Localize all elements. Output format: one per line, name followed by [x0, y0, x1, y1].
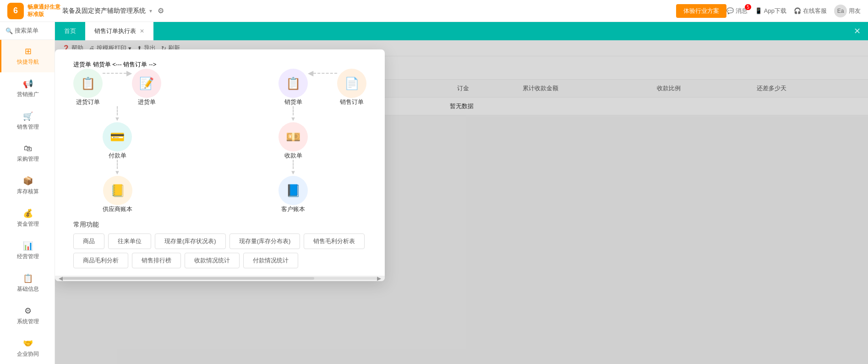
experience-btn[interactable]: 体验行业方案	[676, 4, 726, 18]
scrollbar-track[interactable]	[63, 277, 377, 280]
receipt-slip-icon: 💴	[278, 122, 308, 152]
messages-btn[interactable]: 💬 消息 5	[726, 7, 748, 15]
page-content: ❓ 帮助 🖨 按模板打印 ▾ ⬆ 导出 ↻ 刷新	[55, 40, 868, 364]
customer-ledger-node: 📘 客户账本	[278, 176, 308, 213]
search-icon: 🔍	[5, 27, 13, 34]
phone-icon: 📱	[755, 7, 762, 14]
system-title: 装备及固定资产辅助管理系统	[62, 7, 146, 15]
purchase-order-node: 📋 进货订单	[73, 69, 103, 106]
common-buttons-row: 商品往来单位现存量(库存状况表)现存量(库存分布表)销售毛利分析表商品毛利分析销…	[73, 234, 366, 268]
popup-overlay: 进货单 销货单 <--- 销售订单 --> 📋 进货订单	[55, 40, 868, 364]
purchase-receipt-label: 进货单	[138, 98, 156, 106]
messages-badge: 5	[745, 4, 751, 10]
purchase-receipt-node: 📝 进货单	[132, 69, 161, 106]
sidebar-item-basic-info[interactable]: 📋 基础信息	[0, 267, 55, 299]
common-func-btn[interactable]: 收款情况统计	[185, 253, 240, 268]
customer-ledger-label: 客户账本	[281, 205, 305, 213]
search-menu-btn[interactable]: 🔍 搜索菜单	[0, 22, 55, 40]
supplier-ledger-label: 供应商账本	[103, 205, 132, 213]
common-functions-section: 常用功能 商品往来单位现存量(库存状况表)现存量(库存分布表)销售毛利分析表商品…	[55, 217, 385, 276]
message-icon: 💬	[726, 7, 734, 14]
sales-receipt-node: 📋 销货单	[278, 69, 308, 106]
system-icon: ⚙	[24, 306, 32, 316]
tab-bar: 首页 销售订单执行表 ✕ ✕	[55, 22, 868, 40]
common-func-btn[interactable]: 现存量(库存分布表)	[229, 234, 300, 249]
common-func-btn[interactable]: 销售排行榜	[132, 253, 181, 268]
logo-text: 畅康通好生意 标准版	[27, 4, 60, 18]
scroll-right-arrow[interactable]: ▶	[377, 275, 381, 281]
finance-icon: 💰	[23, 208, 33, 218]
enterprise-icon: 🤝	[23, 338, 33, 348]
sidebar-item-quick-nav[interactable]: ⊞ 快捷导航	[0, 40, 55, 72]
service-icon: 🎧	[794, 7, 801, 14]
sidebar-item-finance[interactable]: 💰 资金管理	[0, 202, 55, 234]
tab-home[interactable]: 首页	[55, 22, 85, 40]
popup-scrollbar[interactable]: ◀ ▶	[55, 276, 385, 281]
purchase-order-icon: 📋	[73, 69, 103, 98]
common-func-btn[interactable]: 销售毛利分析表	[304, 234, 365, 249]
operations-icon: 📊	[23, 241, 33, 251]
receipt-slip-label: 收款单	[284, 152, 302, 160]
sidebar-item-purchase-mgmt[interactable]: 🛍 采购管理	[0, 137, 55, 169]
purchase-order-label: 进货订单	[76, 98, 100, 106]
scrollbar-thumb	[63, 277, 314, 280]
payment-slip-label: 付款单	[109, 152, 126, 160]
sales-icon: 🛒	[23, 111, 33, 121]
common-func-btn[interactable]: 现存量(库存状况表)	[155, 234, 226, 249]
marketing-icon: 📢	[23, 79, 33, 89]
common-func-btn[interactable]: 商品毛利分析	[73, 253, 128, 268]
common-func-btn[interactable]: 付款情况统计	[243, 253, 298, 268]
sidebar-item-sales-mgmt[interactable]: 🛒 销售管理	[0, 105, 55, 137]
sidebar-item-inventory[interactable]: 📦 库存核算	[0, 169, 55, 202]
close-all-tabs-btn[interactable]: ✕	[846, 26, 868, 36]
avatar: Ea	[834, 5, 847, 17]
supplier-ledger-node: 📒 供应商账本	[103, 176, 132, 213]
online-service-btn[interactable]: 🎧 在线客服	[794, 7, 827, 15]
sidebar-item-operations[interactable]: 📊 经营管理	[0, 234, 55, 267]
purchase-icon: 🛍	[24, 144, 32, 153]
common-func-btn[interactable]: 往来单位	[108, 234, 151, 249]
sidebar: 🔍 搜索菜单 ⊞ 快捷导航 📢 营销推广 🛒 销售管理 🛍 采购管理 📦	[0, 22, 55, 364]
sales-order-label: 销售订单	[340, 98, 364, 106]
popup-box: 进货单 销货单 <--- 销售订单 --> 📋 进货订单	[55, 49, 385, 281]
quick-nav-icon: ⊞	[25, 46, 32, 56]
topbar-right-area: 💬 消息 5 📱 App下载 🎧 在线客服 Ea 用友	[726, 5, 861, 17]
system-dropdown-arrow[interactable]: ▾	[149, 8, 152, 14]
tab-close-icon[interactable]: ✕	[140, 28, 144, 34]
payment-slip-node: 💳 付款单	[103, 122, 132, 160]
receipt-slip-node: 💴 收款单	[278, 122, 308, 160]
basic-info-icon: 📋	[23, 273, 33, 283]
sales-order-icon: 📄	[337, 69, 366, 98]
customer-ledger-icon: 📘	[278, 176, 308, 205]
sidebar-item-enterprise[interactable]: 🤝 企业协同	[0, 332, 55, 364]
sales-receipt-icon: 📋	[278, 69, 308, 98]
system-title-area: 装备及固定资产辅助管理系统 ▾ ⚙	[62, 6, 672, 15]
gear-icon[interactable]: ⚙	[158, 6, 164, 15]
flow-diagram: 进货单 销货单 <--- 销售订单 --> 📋 进货订单	[55, 49, 385, 217]
app-logo: 6 畅康通好生意 标准版	[7, 3, 62, 19]
sales-receipt-label: 销货单	[284, 98, 302, 106]
user-menu-btn[interactable]: Ea 用友	[834, 5, 861, 17]
common-func-btn[interactable]: 商品	[73, 234, 104, 249]
content-area: 首页 销售订单执行表 ✕ ✕ ❓ 帮助 🖨 按	[55, 22, 868, 364]
purchase-receipt-icon: 📝	[132, 69, 161, 98]
tab-sales-orders[interactable]: 销售订单执行表 ✕	[85, 22, 153, 40]
logo-icon: 6	[7, 3, 24, 19]
sales-order-node: 📄 销售订单	[337, 69, 366, 106]
payment-slip-icon: 💳	[103, 122, 132, 152]
inventory-icon: 📦	[23, 176, 33, 186]
app-download-btn[interactable]: 📱 App下载	[755, 7, 786, 15]
supplier-ledger-icon: 📒	[103, 176, 132, 205]
sidebar-item-system-mgmt[interactable]: ⚙ 系统管理	[0, 299, 55, 332]
scroll-left-arrow[interactable]: ◀	[59, 275, 63, 281]
common-functions-title: 常用功能	[73, 221, 366, 229]
sidebar-item-marketing[interactable]: 📢 营销推广	[0, 72, 55, 105]
